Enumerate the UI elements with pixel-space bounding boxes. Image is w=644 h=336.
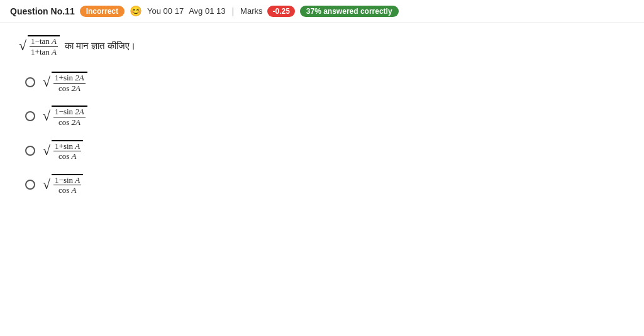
cursor-indicator: ☞ [371,333,499,336]
radio-2[interactable] [25,111,35,121]
option-4-fraction-wrapper: 1−sin A cos A [52,174,83,195]
option-4-math: √ 1−sin A cos A [43,174,83,195]
sqrt-symbol-2: √ [43,109,50,123]
time-avg: Avg 01 13 [189,6,225,16]
sqrt-symbol-4: √ [43,178,50,192]
option-3-math: √ 1+sin A cos A [43,140,83,161]
question-text: √ 1−tan A 1+tan A का मान ज्ञात कीजिए। [19,35,625,57]
option-item-4[interactable]: √ 1−sin A cos A [25,174,625,195]
question-numerator: 1−tan A [30,36,58,47]
divider: | [231,6,234,16]
option-1-numerator: 1+sin 2A [53,73,86,84]
radio-1[interactable] [25,77,35,87]
option-3-numerator: 1+sin A [53,141,81,152]
option-3-fraction-wrapper: 1+sin A cos A [52,140,83,161]
option-1-fraction-wrapper: 1+sin 2A cos 2A [52,72,87,93]
sqrt-symbol: √ [19,39,26,53]
sqrt-fraction: 1−tan A 1+tan A [28,35,60,57]
option-4-fraction: 1−sin A cos A [53,175,81,195]
option-4-numerator: 1−sin A [53,175,81,186]
answered-badge: 37% answered correctly [300,6,399,17]
status-badge: Incorrect [80,6,125,17]
question-content: √ 1−tan A 1+tan A का मान ज्ञात कीजिए। √ … [0,23,644,160]
option-1-math: √ 1+sin 2A cos 2A [43,72,87,93]
option-2-fraction: 1−sin 2A cos 2A [53,107,86,127]
option-item-1[interactable]: √ 1+sin 2A cos 2A [25,72,625,93]
option-4-denominator: cos A [57,185,78,195]
option-2-denominator: cos 2A [57,117,82,127]
question-number: Question No.11 [10,6,75,16]
emoji-icon: 😊 [130,5,142,17]
options-list: √ 1+sin 2A cos 2A √ 1−sin 2A cos 2A [19,72,625,195]
option-1-denominator: cos 2A [57,84,82,94]
option-3-denominator: cos A [57,151,78,161]
question-hindi: का मान ज्ञात कीजिए। [65,40,136,51]
question-math-expr: √ 1−tan A 1+tan A [19,35,60,57]
sqrt-symbol-1: √ [43,75,50,89]
radio-3[interactable] [25,146,35,156]
question-header: Question No.11 Incorrect 😊 You 00 17 Avg… [0,0,644,23]
option-1-fraction: 1+sin 2A cos 2A [53,73,86,93]
marks-label: Marks [240,6,262,16]
time-you: You 00 17 [147,6,184,16]
option-2-math: √ 1−sin 2A cos 2A [43,106,87,127]
question-denominator: 1+tan A [30,47,58,57]
option-item-3[interactable]: √ 1+sin A cos A [25,140,625,161]
option-2-fraction-wrapper: 1−sin 2A cos 2A [52,106,87,127]
option-item-2[interactable]: √ 1−sin 2A cos 2A [25,106,625,127]
marks-value: -0.25 [267,6,294,17]
sqrt-symbol-3: √ [43,144,50,158]
question-fraction: 1−tan A 1+tan A [30,36,58,57]
radio-4[interactable] [25,180,35,190]
option-2-numerator: 1−sin 2A [53,107,86,117]
option-3-fraction: 1+sin A cos A [53,141,81,161]
